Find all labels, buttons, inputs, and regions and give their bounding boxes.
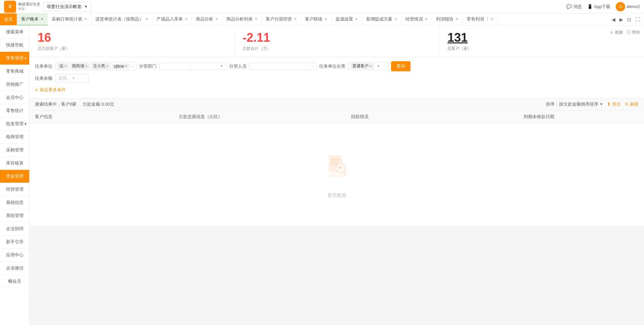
sidebar-item-member-center[interactable]: 会员中心 [0,91,29,104]
close-icon[interactable]: ✕ [425,17,428,21]
sidebar-item-capital[interactable]: 资金管理 [0,170,29,183]
close-icon[interactable]: ✕ [456,17,458,21]
sidebar-item-basic-info[interactable]: 基础信息 [0,196,29,209]
tab-commission-settings[interactable]: 提成设置 ✕ [332,13,362,26]
svg-point-6 [338,165,344,171]
close-icon[interactable]: ✕ [215,17,218,21]
filter-section: 往来单位 伍 ✕ 陈民强 ✕ 王小亮 ✕ cjttcw [30,57,644,99]
tag-close-cjttcw[interactable]: ✕ [125,64,127,68]
tab-fullscreen[interactable]: ⛶ [634,17,641,22]
filter-more[interactable]: ··· [131,64,134,69]
tab-operations[interactable]: 经营情况 ✕ [401,13,432,26]
video-link[interactable]: ⊙ 视频 [610,30,622,35]
main-content: ¥ 16 总欠款客户（家） ◇ -2.11 欠款合计（万） ▦ 131 总客户（… [30,26,644,325]
sort-button[interactable]: 排序：按欠款金额倒序排序 ▼ [546,101,603,107]
message-button[interactable]: 💬 消息 [566,4,582,10]
tag-close-normal[interactable]: ✕ [369,64,372,68]
person-expand-icon: ··· [310,64,313,68]
svg-point-8 [339,166,341,168]
tab-production[interactable]: 产成品入库单 ✕ [153,13,192,26]
sidebar-item-retail-mall[interactable]: 零售商城 [0,65,29,78]
sidebar-item-ecommerce[interactable]: 电商管理 [0,131,29,144]
tag-close-wang[interactable]: ✕ [106,64,109,68]
close-icon[interactable]: ✕ [84,17,87,21]
sidebar-item-member[interactable]: 畅会员 [0,275,29,288]
close-icon[interactable]: ✕ [490,17,493,21]
unit-tag-group: 伍 ✕ 陈民强 ✕ 王小亮 ✕ cjttcw ✕ ··· [55,62,136,70]
tab-retail-profit[interactable]: 零售利润〈 ✕ [463,13,498,26]
dept-label: 分管部门 [139,63,157,69]
stats-row: ¥ 16 总欠款客户（家） ◇ -2.11 欠款合计（万） ▦ 131 总客户（… [30,26,644,57]
logo-sub: 标版 [18,6,40,11]
sidebar-item-inventory[interactable]: 库存核算 [0,157,29,170]
tab-customer-layer[interactable]: 客户分层经营 ✕ [262,13,301,26]
sidebar-item-retail-stats[interactable]: 零售统计 [0,104,29,117]
sidebar-item-system[interactable]: 系统管理 [0,209,29,222]
dept-expand-icon: ··· [189,64,192,68]
tab-new-commission[interactable]: 新增提成方案 ✕ [362,13,401,26]
tab-home[interactable]: 首页 [0,13,17,26]
sidebar-item-marketing[interactable]: 营销推广 [0,78,29,91]
close-icon[interactable]: ✕ [255,17,257,21]
unit-tag-chen: 陈民强 ✕ [70,63,90,69]
close-icon[interactable]: ✕ [325,17,327,21]
unit-label: 往来单位 [35,63,52,69]
help-link[interactable]: ⓘ 帮助 [627,30,640,35]
tag-close-chen[interactable]: ✕ [85,64,88,68]
tab-profit-report[interactable]: 利润报告 ✕ [432,13,463,26]
tab-purchase-stats[interactable]: 采购订单统计表 ✕ [48,13,91,26]
stat-block-debt: ◇ -2.11 欠款合计（万） [234,26,439,57]
sidebar-item-wechat[interactable]: 企业微信 [0,262,29,275]
table-section: 客户信息 欠款交易信息（占比） 回款情况 到期未收款日期 [30,110,644,225]
tab-product-analysis-list[interactable]: 商品分析列表 ✕ [222,13,262,26]
main-layout: 搜索菜单 快捷导航 零售管理 ▼ 零售商城 营销推广 会员中心 零售统计 批发管… [0,26,644,325]
sidebar-item-purchase[interactable]: 采购管理 [0,144,29,157]
th-customer: 客户信息 [35,114,179,120]
stat-block-total: ▦ 131 总客户（家） ⊙ 视频 ⓘ 帮助 [439,26,644,57]
message-icon: 💬 [566,4,572,9]
chevron-up-icon: ∧ [35,87,38,92]
app-download-button[interactable]: 📱 App下载 [587,4,610,10]
empty-text: 暂无数据 [328,192,346,198]
tab-expand[interactable]: ⊡ [626,17,633,22]
collapse-button[interactable]: ∧ 收起更多条件 [35,85,639,94]
class-tag-group: 普通客户 ✕ ▼ [348,62,388,70]
tag-close-wu[interactable]: ✕ [64,64,67,68]
query-button[interactable]: 查询 [391,61,411,71]
sidebar-search-menu[interactable]: 搜索菜单 [0,26,29,39]
close-icon[interactable]: ✕ [394,17,397,21]
export-icon: ⬆ [607,102,611,107]
sidebar-item-app-center[interactable]: 应用中心 [0,249,29,262]
close-icon[interactable]: ✕ [41,17,43,21]
sidebar-quick-nav[interactable]: 快捷导航 [0,39,29,52]
tab-label: 零售利润〈 [467,16,488,22]
avatar: D [616,2,625,11]
sidebar-item-enterprise[interactable]: 企业协同 [0,222,29,236]
tab-arrow-left[interactable]: ◀ [610,17,617,22]
close-icon[interactable]: ✕ [145,17,148,21]
balance-select[interactable]: 选择... ▼ [55,74,89,83]
close-icon[interactable]: ✕ [355,17,358,21]
sidebar-item-operations[interactable]: 经营管理 [0,183,29,196]
person-select[interactable]: ··· [249,63,316,70]
tab-arrow-right[interactable]: ▶ [618,17,625,22]
close-icon[interactable]: ✕ [185,17,187,21]
balance-label: 往来余额 [35,75,52,81]
tab-label: 提成设置 [336,16,353,22]
export-button[interactable]: ⬆ 导出 [607,101,621,107]
chevron-down-icon: ▼ [600,102,603,106]
sidebar-item-newbie[interactable]: 新手引导 [0,236,29,249]
tab-product-analysis[interactable]: 商品分析 ✕ [192,13,222,26]
tab-customer-contact[interactable]: 客户联络 ✕ [301,13,332,26]
workspace-selector[interactable]: 母婴行业演示帐套 ▼ [43,2,91,11]
tab-stock-stats[interactable]: 进货单统计表（按商品） ✕ [91,13,153,26]
filter-row-2: 往来余额 选择... ▼ [35,74,639,83]
close-icon[interactable]: ✕ [294,17,297,21]
sidebar-item-wholesale[interactable]: 批发管理 ▼ [0,117,29,131]
sidebar-item-retail-mgmt[interactable]: 零售管理 ▼ [0,52,29,65]
user-menu[interactable]: D demo2 [616,2,640,11]
dept-select[interactable]: ··· ▼ [159,63,226,70]
sidebar: 搜索菜单 快捷导航 零售管理 ▼ 零售商城 营销推广 会员中心 零售统计 批发管… [0,26,30,325]
tab-customer-ledger[interactable]: 客户账本 ✕ [17,13,48,26]
refresh-button[interactable]: ↻ 刷新 [625,101,639,107]
